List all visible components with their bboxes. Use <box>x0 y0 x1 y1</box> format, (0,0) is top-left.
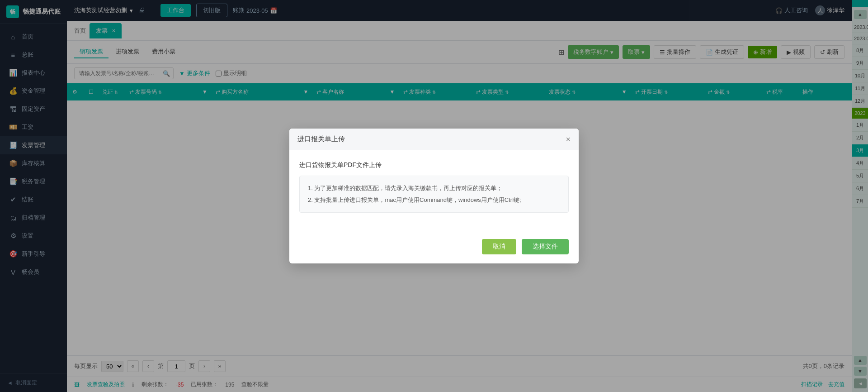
modal-cancel-button[interactable]: 取消 <box>482 239 516 254</box>
upload-section-title: 进口货物报关单PDF文件上传 <box>299 161 569 169</box>
notice-text-1: 1. 为了更加稀准的数据匹配，请先录入海关缴款书，再上传对应的报关单； <box>308 182 502 194</box>
modal-overlay: 进口报关单上传 × 进口货物报关单PDF文件上传 1. 为了更加稀准的数据匹配，… <box>0 0 868 392</box>
notice-text-2: 2. 支持批量上传进口报关单，mac用户使用Command键，windows用户… <box>308 194 521 206</box>
notice-box: 1. 为了更加稀准的数据匹配，请先录入海关缴款书，再上传对应的报关单； 2. 支… <box>299 176 569 213</box>
modal-footer: 取消 选择文件 <box>289 233 579 263</box>
notice-item-1: 1. 为了更加稀准的数据匹配，请先录入海关缴款书，再上传对应的报关单； <box>308 182 560 194</box>
modal-body: 进口货物报关单PDF文件上传 1. 为了更加稀准的数据匹配，请先录入海关缴款书，… <box>289 150 579 233</box>
modal-close-button[interactable]: × <box>566 135 571 143</box>
import-customs-modal: 进口报关单上传 × 进口货物报关单PDF文件上传 1. 为了更加稀准的数据匹配，… <box>289 129 579 263</box>
modal-header: 进口报关单上传 × <box>289 129 579 150</box>
modal-title: 进口报关单上传 <box>297 135 345 143</box>
notice-item-2: 2. 支持批量上传进口报关单，mac用户使用Command键，windows用户… <box>308 194 560 206</box>
select-file-button[interactable]: 选择文件 <box>522 239 569 254</box>
